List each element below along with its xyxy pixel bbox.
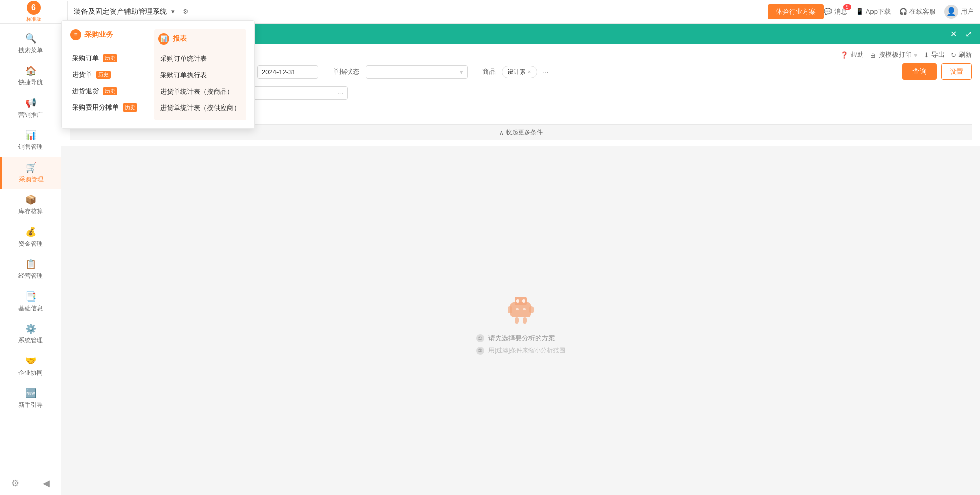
purchase-report-title: 📊 报表 <box>158 33 242 45</box>
menu-stock-stat-by-goods[interactable]: 进货单统计表（按商品） <box>158 83 242 100</box>
goods-chip-label: 设计素 <box>507 68 526 76</box>
history-tag-3: 历史 <box>103 87 117 95</box>
sidebar-item-label: 新手引导 <box>18 401 43 410</box>
empty-line1: 请先选择要分析的方案 <box>488 334 555 343</box>
search-icon: 🔍 <box>25 33 36 44</box>
svg-rect-4 <box>508 306 512 313</box>
svg-rect-5 <box>529 306 534 313</box>
goods-chip[interactable]: 设计素 × <box>502 66 537 78</box>
sidebar-collapse-icon[interactable]: ◀ <box>42 478 50 489</box>
menu-purchase-order-stat[interactable]: 采购订单统计表 <box>158 51 242 67</box>
menu-stock-return[interactable]: 进货退货 历史 <box>70 83 142 99</box>
app-download-btn[interactable]: 📱 App下载 <box>856 7 891 16</box>
system-title-text: 装备及固定资产辅助管理系统 <box>74 7 167 16</box>
sidebar-item-sales[interactable]: 📊 销售管理 <box>0 124 61 157</box>
business-title-icon: ≡ <box>70 29 81 40</box>
svg-point-2 <box>516 299 519 303</box>
marketing-icon: 📢 <box>25 97 36 109</box>
salesperson-dots: ··· <box>337 89 343 97</box>
messages-btn[interactable]: 💬 消息 9 <box>824 7 847 16</box>
sidebar-item-purchase[interactable]: 🛒 采购管理 <box>0 157 61 189</box>
sidebar-item-label: 库存核算 <box>18 207 43 216</box>
sidebar-item-system[interactable]: ⚙️ 系统管理 <box>0 318 61 350</box>
menu-stock-stat-by-supplier[interactable]: 进货单统计表（按供应商） <box>158 100 242 116</box>
menu-purchase-order[interactable]: 采购订单 历史 <box>70 50 142 67</box>
refresh-btn[interactable]: ↻ 刷新 <box>951 50 972 59</box>
export-icon: ⬇ <box>924 51 929 59</box>
sidebar-item-quick[interactable]: 🏠 快捷导航 <box>0 60 61 92</box>
sidebar-item-label: 搜索菜单 <box>18 46 43 55</box>
sidebar-settings-icon[interactable]: ⚙ <box>11 478 19 489</box>
sidebar-item-label: 营销推广 <box>18 111 43 119</box>
sidebar-item-label: 销售管理 <box>18 143 43 152</box>
export-btn[interactable]: ⬇ 导出 <box>924 50 945 59</box>
voucher-status-dropdown: ▾ <box>460 68 463 76</box>
menu-purchase-order-exec[interactable]: 采购订单执行表 <box>158 67 242 83</box>
print-icon: 🖨 <box>870 51 877 59</box>
query-btn[interactable]: 查询 <box>902 63 937 80</box>
sidebar-item-search[interactable]: 🔍 搜索菜单 <box>0 28 61 60</box>
system-icon: ⚙️ <box>25 323 36 334</box>
tab-close-window-btn[interactable]: ✕ <box>948 27 959 41</box>
refresh-icon: ↻ <box>951 51 956 59</box>
sidebar-item-label: 资金管理 <box>18 240 43 248</box>
sidebar-item-basic[interactable]: 📑 基础信息 <box>0 286 61 318</box>
purchase-business-title: ≡ 采购业务 <box>70 29 142 44</box>
main-layout: 🔍 搜索菜单 🏠 快捷导航 📢 营销推广 📊 销售管理 🛒 采购管理 📦 库存核… <box>0 24 980 495</box>
sidebar-item-finance[interactable]: 💰 资金管理 <box>0 221 61 253</box>
sidebar-item-inventory[interactable]: 📦 库存核算 <box>0 189 61 221</box>
home-icon: 🏠 <box>25 65 36 76</box>
refresh-label: 刷新 <box>958 50 972 59</box>
user-area[interactable]: 👤 用户 <box>944 5 974 19</box>
print-btn[interactable]: 🖨 按模板打印 ▾ <box>870 50 918 59</box>
date-end-value[interactable]: 2024-12-31 <box>257 65 318 79</box>
voucher-status-select[interactable]: ▾ <box>366 65 468 79</box>
salesperson-select[interactable]: ··· <box>245 86 348 100</box>
report-title-text: 报表 <box>173 34 187 44</box>
logo-subtitle: 标准版 <box>26 16 41 23</box>
stock-return-label: 进货退货 <box>72 87 99 96</box>
history-tag-2: 历史 <box>96 71 111 79</box>
menu-purchase-expense[interactable]: 采购费用分摊单 历史 <box>70 99 142 116</box>
headset-icon: 🎧 <box>899 8 907 15</box>
report-title-icon: 📊 <box>158 33 169 45</box>
goods-chip-close[interactable]: × <box>528 69 531 75</box>
top-right-area: 💬 消息 9 📱 App下载 🎧 在线客服 👤 用户 <box>824 5 974 19</box>
stock-in-label: 进货单 <box>72 70 92 79</box>
industry-btn[interactable]: 体验行业方案 <box>768 4 824 19</box>
business-title-text: 采购业务 <box>84 30 113 39</box>
app-download-label: App下载 <box>866 7 891 16</box>
sidebar-item-guide[interactable]: 🆕 新手引导 <box>0 382 61 415</box>
sidebar-bottom: ⚙ ◀ <box>0 471 61 495</box>
tab-bar-right: ✕ ⤢ <box>948 27 980 41</box>
online-service-label: 在线客服 <box>909 7 936 16</box>
system-title-area: 装备及固定资产辅助管理系统 ▾ ⚙ <box>74 7 761 16</box>
empty-illustration <box>500 287 541 328</box>
basic-icon: 📑 <box>25 291 36 302</box>
menu-stock-in[interactable]: 进货单 历史 <box>70 67 142 83</box>
online-service-btn[interactable]: 🎧 在线客服 <box>899 7 936 16</box>
help-btn[interactable]: ❓ 帮助 <box>840 50 864 59</box>
svg-point-3 <box>522 299 525 303</box>
main-content: ① 请先选择要分析的方案 ② 用[过滤]条件来缩小分析范围 <box>61 146 980 495</box>
goods-more-dots[interactable]: ··· <box>543 68 549 76</box>
sidebar-item-operations[interactable]: 📋 经营管理 <box>0 253 61 286</box>
title-dropdown-icon[interactable]: ▾ <box>171 8 175 15</box>
collapse-label: 收起更多条件 <box>506 128 543 137</box>
operations-icon: 📋 <box>25 259 36 270</box>
logo-area: 6 标准版 <box>6 1 68 23</box>
sidebar-item-marketing[interactable]: 📢 营销推广 <box>0 92 61 124</box>
svg-rect-7 <box>523 317 527 324</box>
sidebar-item-enterprise[interactable]: 🤝 企业协同 <box>0 350 61 382</box>
tab-maximize-btn[interactable]: ⤢ <box>963 27 974 41</box>
setting-btn[interactable]: 设置 <box>941 63 972 80</box>
sales-icon: 📊 <box>25 130 36 141</box>
settings-icon[interactable]: ⚙ <box>183 8 189 15</box>
export-label: 导出 <box>931 50 945 59</box>
print-label: 按模板打印 <box>879 50 912 59</box>
help-label: 帮助 <box>850 50 864 59</box>
user-avatar: 👤 <box>944 5 958 19</box>
purchase-icon: 🛒 <box>26 162 37 173</box>
goods-label: 商品 <box>482 67 496 76</box>
sidebar-item-label: 基础信息 <box>18 304 43 313</box>
